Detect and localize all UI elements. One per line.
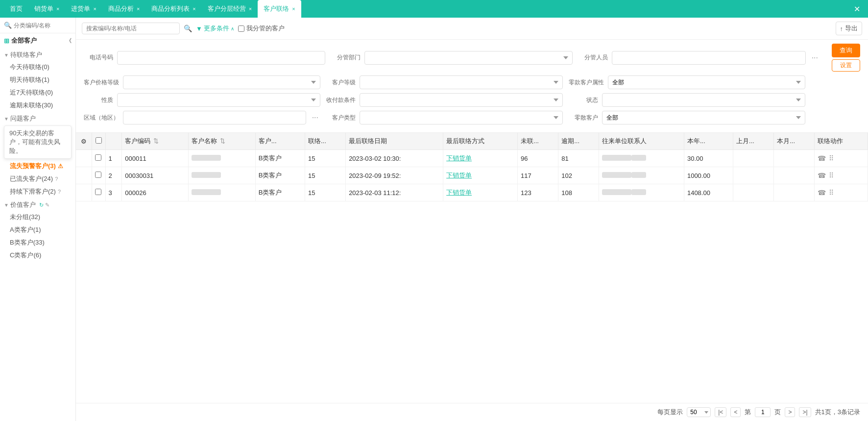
sidebar-item-ungroup[interactable]: 未分组(32) [0,211,75,223]
search-button[interactable]: 🔍 [184,25,192,32]
tab-analysis-list[interactable]: 商品分析列表 × [145,0,201,18]
person-more-icon[interactable]: ··· [810,53,820,62]
last-page-button[interactable]: >| [799,407,811,417]
tab-analysis-list-close[interactable]: × [193,6,195,12]
my-customers-filter[interactable]: 我分管的客户 [238,24,285,33]
window-close-button[interactable]: ✕ [850,4,864,14]
sidebar-item-overdue-contact[interactable]: 逾期未联络(30) [0,99,75,112]
sidebar-item-today-contact[interactable]: 今天待联络(0) [0,61,75,74]
td-last-method-1[interactable]: 下销货单 [443,167,518,184]
tab-purchase-close[interactable]: × [93,6,96,12]
filter-field-payment: 收付款条件 [326,93,563,107]
next-page-button[interactable]: > [785,407,795,417]
tab-analysis-list-label: 商品分析列表 [151,4,190,13]
sidebar-item-week-contact[interactable]: 近7天待联络(0) [0,86,75,99]
content-area: 🔍 ▼ 更多条件 ∧ 我分管的客户 ↑ 导出 电话号码 [76,18,868,421]
page-input[interactable] [755,407,771,417]
filter-row-1: 电话号码 分管部门 分管人员 ··· 查询 设置 [84,44,860,72]
phone-input[interactable] [117,51,325,65]
person-input[interactable] [612,51,806,65]
td-checkbox-2[interactable] [92,184,105,201]
tab-analysis-close[interactable]: × [137,6,140,12]
sort-icon-name: ⇅ [220,137,225,145]
status-select[interactable] [602,93,805,107]
td-name-0 [189,150,255,167]
tab-analysis[interactable]: 商品分析 × [102,0,145,18]
refresh-icon[interactable]: ↻ [39,202,44,208]
th-settings[interactable]: ⚙ [76,133,92,150]
sidebar-search-input[interactable] [14,22,76,29]
region-more-icon[interactable]: ··· [310,113,320,122]
action-more-icon-0[interactable]: ⠿ [829,154,834,162]
zero-attr-select[interactable]: 全部 [608,75,805,89]
sidebar-group-value[interactable]: ▼ 价值客户 ↻ ✎ [0,198,75,211]
tab-customer-segment-close[interactable]: × [249,6,252,12]
tab-customer-contact-label: 客户联络 [264,4,289,13]
action-contact-icon-1[interactable]: ☎ [818,172,826,179]
tab-sales-close[interactable]: × [56,6,59,12]
prev-page-button[interactable]: < [730,407,741,417]
edit-icon[interactable]: ✎ [45,202,49,208]
action-contact-icon-2[interactable]: ☎ [818,189,826,197]
tab-home[interactable]: 首页 [4,0,28,18]
tab-sales[interactable]: 销货单 × [28,0,65,18]
last-method-link-1[interactable]: 下销货单 [446,172,472,179]
select-all-checkbox[interactable] [96,137,102,144]
tab-purchase[interactable]: 进货单 × [65,0,102,18]
zero-customer-label: 零散客户 [569,114,598,122]
my-customers-checkbox[interactable] [238,25,244,32]
per-page-select[interactable]: 50 100 [687,407,711,417]
sidebar-group-problem[interactable]: ▼ 问题客户 [0,112,75,124]
payment-select[interactable] [360,93,563,107]
td-last-method-0[interactable]: 下销货单 [443,150,518,167]
dept-select[interactable] [364,51,573,65]
main-layout: 🔍 ⊞ 全部客户 《 ▼ 待联络客户 今天待联络(0) 明天待联络(1) 近7天… [0,18,868,421]
customer-type-select[interactable] [360,111,563,124]
td-last-method-2[interactable]: 下销货单 [443,184,518,201]
filter-field-customer-type: 客户类型 [326,111,563,124]
sidebar-item-class-c[interactable]: C类客户(6) [0,249,75,262]
action-more-icon-2[interactable]: ⠿ [829,189,834,197]
td-checkbox-1[interactable] [92,167,105,184]
sidebar-item-declining[interactable]: 持续下滑客户(2) ? [0,185,75,198]
blurred-name-0 [192,155,221,161]
th-contact: 联络... [305,133,345,150]
first-page-button[interactable]: |< [715,407,726,417]
export-button[interactable]: ↑ 导出 [836,22,863,35]
last-method-link-0[interactable]: 下销货单 [446,154,472,162]
td-checkbox-0[interactable] [92,150,105,167]
row-checkbox-2[interactable] [95,189,101,195]
sidebar-item-class-b[interactable]: B类客户(33) [0,236,75,249]
price-level-select[interactable] [123,75,320,89]
settings-button[interactable]: 设置 [832,59,860,72]
tab-customer-segment[interactable]: 客户分层经营 × [202,0,258,18]
sidebar-item-churned[interactable]: 已流失客户(24) ? [0,173,75,185]
action-more-icon-1[interactable]: ⠿ [829,172,834,179]
sidebar-group-pending[interactable]: ▼ 待联络客户 [0,48,75,61]
region-input[interactable] [123,111,306,124]
th-name[interactable]: 客户名称 ⇅ [189,133,255,150]
th-code[interactable]: 客户编码 ⇅ [122,133,189,150]
nature-select[interactable] [117,93,320,107]
query-button[interactable]: 查询 [832,44,860,57]
customer-level-select[interactable] [360,75,563,89]
row-checkbox-0[interactable] [95,154,101,161]
td-category-2: B类客户 [255,184,305,201]
sidebar-item-class-a[interactable]: A类客户(1) [0,223,75,236]
last-method-link-2[interactable]: 下销货单 [446,189,472,196]
sidebar-item-churn-warning[interactable]: 流失预警客户(3) ⚠ [0,160,75,173]
sidebar-all-customers[interactable]: ⊞ 全部客户 《 [0,33,75,48]
more-conditions-button[interactable]: ▼ 更多条件 ∧ [196,24,234,33]
tab-customer-contact[interactable]: 客户联络 × [258,0,301,18]
search-input[interactable] [82,23,180,34]
phone-label: 电话号码 [84,53,113,62]
export-icon: ↑ [840,25,844,32]
th-checkbox[interactable] [92,133,105,150]
zero-customer-select[interactable]: 全部 [602,111,805,124]
tab-customer-contact-close[interactable]: × [292,6,295,12]
row-checkbox-1[interactable] [95,172,101,178]
action-contact-icon-0[interactable]: ☎ [818,154,826,162]
td-action-0: ☎ ⠿ [815,150,868,167]
chevron-down-icon: ∧ [231,26,234,31]
sidebar-item-tomorrow-contact[interactable]: 明天待联络(1) [0,74,75,86]
